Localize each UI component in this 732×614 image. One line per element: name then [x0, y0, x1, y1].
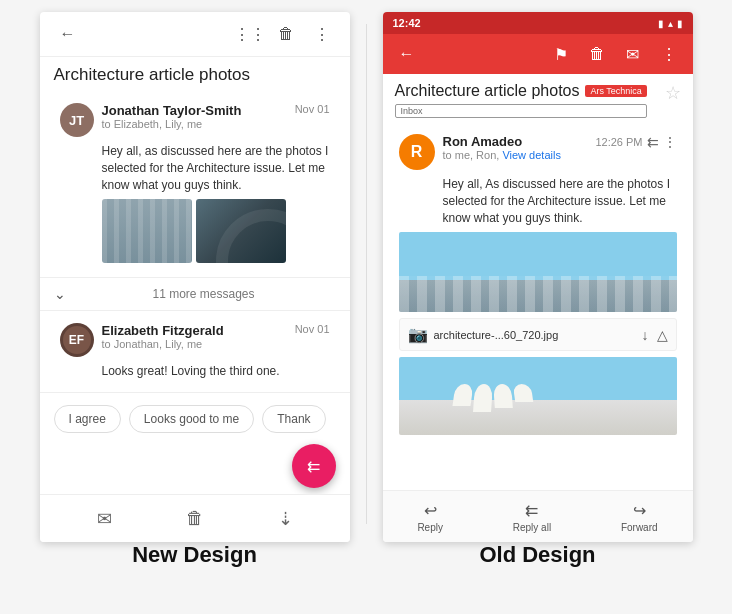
old-bottom-bar: ↩ Reply ⇇ Reply all ↪ Forward: [383, 490, 693, 542]
badge-inbox: Inbox: [395, 104, 647, 118]
attachment-actions: ↓ △: [642, 327, 668, 343]
attachment-file-icon: 📷: [408, 325, 428, 344]
reply-action[interactable]: ↩ Reply: [417, 501, 443, 533]
attachment-name: architecture-...60_720.jpg: [434, 329, 636, 341]
old-design-label: Old Design: [383, 542, 693, 568]
quick-reply-1[interactable]: I agree: [54, 405, 121, 433]
old-email-time: 12:26 PM: [595, 136, 642, 148]
new-design-screen: ← ⋮⋮ 🗑 ⋮ Architecture article photos JT …: [40, 12, 350, 542]
sender-info-1: Jonathan Taylor-Smith to Elizabeth, Lily…: [102, 103, 287, 130]
sender-name-2: Elizabeth Fitzgerald: [102, 323, 287, 338]
quick-reply-3[interactable]: Thank: [262, 405, 325, 433]
old-label-icon[interactable]: ⚑: [547, 40, 575, 68]
old-sender-info: Ron Amadeo to me, Ron, View details: [443, 134, 588, 161]
vertical-divider: [366, 24, 367, 524]
old-top-bar: ← ⚑ 🗑 ✉ ⋮: [383, 34, 693, 74]
attachment-row: 📷 architecture-...60_720.jpg ↓ △: [399, 318, 677, 351]
shell-3: [493, 384, 513, 408]
sender-name-1: Jonathan Taylor-Smith: [102, 103, 287, 118]
divider-1: [40, 392, 350, 393]
new-subject: Architecture article photos: [40, 57, 350, 89]
compose-icon[interactable]: ✉: [97, 508, 112, 530]
email-header-1: JT Jonathan Taylor-Smith to Elizabeth, L…: [60, 103, 330, 137]
reply-all-label: Reply all: [513, 522, 551, 533]
avatar-ron-letter: R: [411, 143, 423, 161]
status-time: 12:42: [393, 17, 421, 29]
forward-label: Forward: [621, 522, 658, 533]
delete-icon[interactable]: 🗑: [272, 20, 300, 48]
reply-all-bottom-icon: ⇇: [525, 501, 538, 520]
trash-icon[interactable]: 🗑: [186, 508, 204, 529]
grid-icon[interactable]: ⋮⋮: [236, 20, 264, 48]
reply-icon: ↩: [424, 501, 437, 520]
old-design-screen: 12:42 ▮ ▴ ▮ ← ⚑ 🗑 ✉ ⋮ Arch: [383, 12, 693, 542]
shell-2: [473, 384, 493, 412]
email-header-2: EF Elizabeth Fitzgerald to Jonathan, Lil…: [60, 323, 330, 357]
star-icon[interactable]: ☆: [665, 82, 681, 104]
building-windows-overlay: [399, 276, 677, 312]
more-icon[interactable]: ⋮: [308, 20, 336, 48]
forward-action[interactable]: ↪ Forward: [621, 501, 658, 533]
reply-all-action[interactable]: ⇇ Reply all: [513, 501, 551, 533]
old-email-actions: ⇇ ⋮: [647, 134, 677, 150]
photo-thumb-curved: [196, 199, 286, 263]
old-subject-left: Architecture article photos Ars Technica…: [395, 82, 647, 118]
wifi-icon: ▴: [668, 18, 673, 29]
status-icons: ▮ ▴ ▮: [658, 18, 683, 29]
new-design-wrapper: ← ⋮⋮ 🗑 ⋮ Architecture article photos JT …: [40, 12, 350, 568]
sydney-opera-shells: [454, 384, 532, 412]
old-design-wrapper: 12:42 ▮ ▴ ▮ ← ⚑ 🗑 ✉ ⋮ Arch: [383, 12, 693, 568]
sender-to-1: to Elizabeth, Lily, me: [102, 118, 287, 130]
fab-reply-button[interactable]: ⇇: [292, 444, 336, 488]
old-mail-icon[interactable]: ✉: [619, 40, 647, 68]
reply-label: Reply: [417, 522, 443, 533]
badge-technica: Ars Technica: [585, 85, 646, 97]
old-subject-area: Architecture article photos Ars Technica…: [383, 74, 693, 122]
old-delete-icon[interactable]: 🗑: [583, 40, 611, 68]
email-body-2: Looks great! Loving the third one.: [60, 363, 330, 380]
old-subject-text: Architecture article photos: [395, 82, 580, 100]
back-icon[interactable]: ←: [54, 20, 82, 48]
avatar-ron: R: [399, 134, 435, 170]
old-photo-main: [399, 232, 677, 312]
collapsed-row[interactable]: ⌄ 11 more messages: [40, 277, 350, 311]
view-details-link[interactable]: View details: [502, 149, 561, 161]
old-overflow-icon[interactable]: ⋮: [663, 134, 677, 150]
battery-icon: ▮: [677, 18, 683, 29]
old-email-card: R Ron Amadeo to me, Ron, View details 12…: [393, 128, 683, 441]
avatar-jonathan: JT: [60, 103, 94, 137]
sender-to-2: to Jonathan, Lily, me: [102, 338, 287, 350]
old-email-header: R Ron Amadeo to me, Ron, View details 12…: [399, 134, 677, 170]
avatar-elizabeth: EF: [60, 323, 94, 357]
reply-all-icon: ⇇: [307, 457, 320, 476]
photo-grid-1: [60, 199, 330, 263]
email-date-2: Nov 01: [295, 323, 330, 335]
shell-1: [453, 384, 474, 406]
quick-reply-2[interactable]: Looks good to me: [129, 405, 254, 433]
avatar-elizabeth-inner: EF: [63, 326, 91, 354]
old-more-icon[interactable]: ⋮: [655, 40, 683, 68]
new-design-label: New Design: [40, 542, 350, 568]
old-photo-sydney: [399, 357, 677, 435]
email-card-2: EF Elizabeth Fitzgerald to Jonathan, Lil…: [50, 315, 340, 388]
old-sender-name: Ron Amadeo: [443, 134, 588, 149]
email-date-1: Nov 01: [295, 103, 330, 115]
old-back-icon[interactable]: ←: [393, 40, 421, 68]
drive-icon[interactable]: △: [657, 327, 668, 343]
archive-icon[interactable]: ⇣: [278, 508, 293, 530]
forward-icon: ↪: [633, 501, 646, 520]
notification-icon: ▮: [658, 18, 664, 29]
shell-4: [513, 384, 534, 402]
sender-info-2: Elizabeth Fitzgerald to Jonathan, Lily, …: [102, 323, 287, 350]
more-messages-label: 11 more messages: [72, 287, 336, 301]
status-bar: 12:42 ▮ ▴ ▮: [383, 12, 693, 34]
old-reply-all-icon[interactable]: ⇇: [647, 134, 659, 150]
old-email-body: Hey all, As discussed here are the photo…: [399, 176, 677, 226]
email-body-1: Hey all, as discussed here are the photo…: [60, 143, 330, 193]
bottom-toolbar: ✉ 🗑 ⇣: [40, 494, 350, 542]
download-icon[interactable]: ↓: [642, 327, 649, 343]
old-sender-to: to me, Ron, View details: [443, 149, 588, 161]
expand-icon: ⌄: [54, 286, 66, 302]
email-card-1: JT Jonathan Taylor-Smith to Elizabeth, L…: [50, 95, 340, 271]
photo-thumb-building: [102, 199, 192, 263]
